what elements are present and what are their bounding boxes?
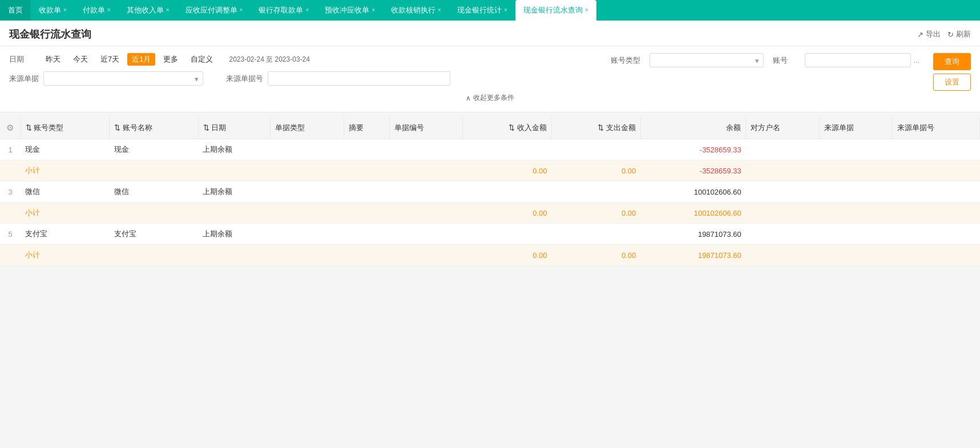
col-expense: ⇅ 支出金额 <box>552 117 641 139</box>
col-summary: 摘要 <box>344 117 389 139</box>
table-header: ⚙ ⇅ 账号类型 ⇅ 账号名称 ⇅ 日期 单据类型 摘要 单据编 <box>0 117 980 139</box>
cell-date: 上期余额 <box>198 224 271 245</box>
table-row[interactable]: 5 支付宝 支付宝 上期余额 19871073.60 <box>0 224 980 245</box>
collapse-bar[interactable]: ∧ 收起更多条件 <box>9 91 971 105</box>
col-expense-label: ⇅ 支出金额 <box>598 123 636 132</box>
cell-source-doc-no <box>893 224 980 245</box>
col-doc-no: 单据编号 <box>389 117 462 139</box>
date-btn-today[interactable]: 今天 <box>68 53 92 66</box>
cell-account-type: 小计 <box>21 203 110 224</box>
col-income: ⇅ 收入金额 <box>463 117 552 139</box>
cell-source-doc <box>819 181 892 203</box>
table-row[interactable]: 3 微信 微信 上期余额 100102606.60 <box>0 181 980 203</box>
refresh-button[interactable]: ↻ 刷新 <box>947 29 971 39</box>
nav-item-bank[interactable]: 银行存取款单 × <box>251 0 317 21</box>
col-account-type-label: ⇅ 账号类型 <box>26 123 64 132</box>
date-filter-row: 日期 昨天 今天 近7天 近1月 更多 自定义 2023-02-24 至 202… <box>9 53 597 66</box>
col-source-doc-no-label: 来源单据号 <box>897 123 934 132</box>
cell-income: 0.00 <box>463 160 552 181</box>
cell-account-name <box>110 160 199 181</box>
col-date-label: ⇅ 日期 <box>203 123 227 132</box>
cell-source-doc-no <box>893 245 980 266</box>
nav-bank-close[interactable]: × <box>305 0 309 21</box>
cell-balance: 100102606.60 <box>640 203 746 224</box>
cell-balance: -3528659.33 <box>640 139 746 160</box>
cell-account-name <box>110 203 199 224</box>
nav-item-stats[interactable]: 现金银行统计 × <box>449 0 515 21</box>
cell-account-type: 现金 <box>21 139 110 160</box>
cell-doc-no <box>389 160 462 181</box>
account-type-label: 账号类型 <box>611 55 640 66</box>
cell-source-doc <box>819 139 892 160</box>
date-btn-1month[interactable]: 近1月 <box>127 53 155 66</box>
nav-flow-close[interactable]: × <box>585 0 588 21</box>
col-account-type: ⇅ 账号类型 <box>21 117 110 139</box>
col-source-doc-no: 来源单据号 <box>893 117 980 139</box>
nav-receipt-close[interactable]: × <box>63 0 67 21</box>
nav-other-income-close[interactable]: × <box>166 0 170 21</box>
gear-icon[interactable]: ⚙ <box>6 123 14 132</box>
nav-item-home[interactable]: 首页 <box>0 0 31 21</box>
date-btn-7days[interactable]: 近7天 <box>96 53 124 66</box>
cell-doc-no <box>389 224 462 245</box>
table-row[interactable]: 小计 0.00 0.00 -3528659.33 <box>0 160 980 181</box>
nav-payment-close[interactable]: × <box>107 0 111 21</box>
query-button[interactable]: 查询 <box>933 53 971 70</box>
cell-source-doc-no <box>893 139 980 160</box>
nav-payment-label: 付款单 <box>83 0 105 21</box>
table-row[interactable]: 小计 0.00 0.00 100102606.60 <box>0 203 980 224</box>
cell-summary <box>344 139 389 160</box>
source-doc-no-label: 来源单据号 <box>226 74 263 84</box>
cell-counterpart <box>746 181 819 203</box>
cell-doc-no <box>389 139 462 160</box>
source-doc-item: 来源单据 <box>9 71 203 86</box>
nav-item-verify[interactable]: 收款核销执行 × <box>383 0 449 21</box>
nav-verify-label: 收款核销执行 <box>391 0 435 21</box>
date-btn-yesterday[interactable]: 昨天 <box>41 53 65 66</box>
account-dots[interactable]: ... <box>913 56 919 64</box>
nav-adjust-close[interactable]: × <box>240 0 243 21</box>
cell-counterpart <box>746 203 819 224</box>
nav-item-flow[interactable]: 现金银行流水查询 × <box>515 0 596 21</box>
source-doc-select[interactable] <box>43 71 203 86</box>
nav-stats-label: 现金银行统计 <box>457 0 502 21</box>
table-row[interactable]: 1 现金 现金 上期余额 -3528659.33 <box>0 139 980 160</box>
export-button[interactable]: ↗ 导出 <box>917 29 941 39</box>
cell-summary <box>344 160 389 181</box>
cell-no <box>0 203 21 224</box>
nav-verify-close[interactable]: × <box>438 0 441 21</box>
cell-account-type: 小计 <box>21 160 110 181</box>
source-doc-no-input[interactable] <box>268 71 450 86</box>
cell-account-type: 小计 <box>21 245 110 266</box>
nav-home-label: 首页 <box>8 0 23 21</box>
cell-source-doc-no <box>893 203 980 224</box>
nav-item-payment[interactable]: 付款单 × <box>75 0 119 21</box>
table-body: 1 现金 现金 上期余额 -3528659.33 小计 0.00 0.00 -3… <box>0 139 980 266</box>
nav-item-prepay[interactable]: 预收冲应收单 × <box>317 0 383 21</box>
nav-flow-label: 现金银行流水查询 <box>523 0 583 21</box>
nav-item-other-income[interactable]: 其他收入单 × <box>119 0 178 21</box>
cell-doc-type <box>271 181 344 203</box>
nav-prepay-close[interactable]: × <box>372 0 375 21</box>
col-date: ⇅ 日期 <box>198 117 271 139</box>
data-table: ⚙ ⇅ 账号类型 ⇅ 账号名称 ⇅ 日期 单据类型 摘要 单据编 <box>0 117 980 266</box>
cell-income <box>463 181 552 203</box>
nav-stats-close[interactable]: × <box>504 0 507 21</box>
cell-account-name: 现金 <box>110 139 199 160</box>
table-row[interactable]: 小计 0.00 0.00 19871073.60 <box>0 245 980 266</box>
cell-expense: 0.00 <box>552 160 641 181</box>
right-buttons: 查询 设置 <box>933 53 971 91</box>
nav-item-receipt[interactable]: 收款单 × <box>31 0 75 21</box>
account-type-select[interactable] <box>650 53 764 67</box>
date-btn-custom[interactable]: 自定义 <box>186 53 217 66</box>
cell-no: 1 <box>0 139 21 160</box>
account-input[interactable] <box>805 53 911 67</box>
source-doc-select-wrap <box>43 71 203 86</box>
cell-doc-no <box>389 203 462 224</box>
date-btn-more[interactable]: 更多 <box>159 53 183 66</box>
col-doc-type-label: 单据类型 <box>275 123 305 132</box>
settings-button[interactable]: 设置 <box>933 74 971 91</box>
nav-item-adjust[interactable]: 应收应付调整单 × <box>178 0 251 21</box>
top-nav: 首页 收款单 × 付款单 × 其他收入单 × 应收应付调整单 × 银行存取款单 … <box>0 0 980 21</box>
cell-summary <box>344 181 389 203</box>
